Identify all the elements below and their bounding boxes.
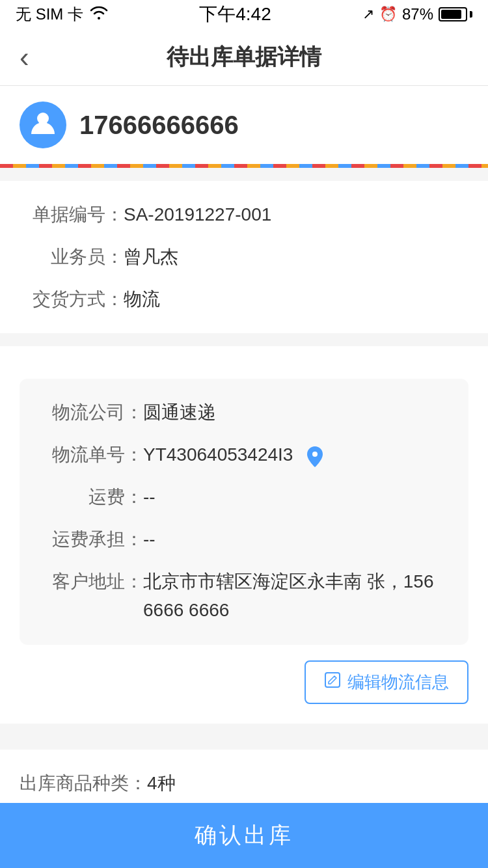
nav-bar: ‹ 待出库单据详情: [0, 29, 488, 86]
edit-icon: [324, 671, 341, 693]
page-title: 待出库单据详情: [167, 42, 321, 72]
svg-point-2: [312, 452, 318, 457]
logistics-company-label: 物流公司：: [39, 398, 143, 427]
edit-logistics-button[interactable]: 编辑物流信息: [305, 660, 468, 704]
freight-bearer-row: 运费承担： --: [39, 525, 449, 554]
order-info-section: 单据编号： SA-20191227-001 业务员： 曾凡杰 交货方式： 物流: [0, 181, 488, 333]
status-left: 无 SIM 卡: [16, 4, 108, 25]
avatar: [20, 102, 66, 148]
order-number-label: 单据编号：: [20, 200, 124, 230]
customer-header: 17666666666: [0, 86, 488, 164]
address-label: 客户地址：: [39, 567, 143, 597]
sales-person-value: 曾凡杰: [124, 243, 468, 272]
logistics-company-row: 物流公司： 圆通速递: [39, 398, 449, 427]
tracking-number-text: YT43064053424I3: [143, 441, 293, 470]
product-category-value: 4种: [147, 769, 468, 798]
edit-logistics-container: 编辑物流信息: [20, 660, 468, 704]
customer-phone: 17666666666: [79, 111, 239, 140]
freight-label: 运费：: [39, 483, 143, 512]
order-number-row: 单据编号： SA-20191227-001: [20, 200, 468, 230]
freight-bearer-value: --: [143, 525, 449, 554]
delivery-method-row: 交货方式： 物流: [20, 285, 468, 314]
edit-logistics-label: 编辑物流信息: [347, 671, 449, 694]
freight-bearer-label: 运费承担：: [39, 525, 143, 554]
delivery-method-value: 物流: [124, 285, 468, 314]
alarm-icon: ⏰: [379, 6, 397, 23]
status-time: 下午4:42: [199, 2, 271, 27]
tracking-number-row: 物流单号： YT43064053424I3: [39, 441, 449, 470]
delivery-method-label: 交货方式：: [20, 285, 124, 314]
confirm-button-label: 确认出库: [195, 821, 293, 850]
address-row: 客户地址： 北京市市辖区海淀区永丰南 张，156 6666 6666: [39, 567, 449, 626]
logistics-card: 物流公司： 圆通速递 物流单号： YT43064053424I3: [20, 379, 468, 645]
sales-person-label: 业务员：: [20, 243, 124, 272]
sales-person-row: 业务员： 曾凡杰: [20, 243, 468, 272]
back-button[interactable]: ‹: [20, 41, 29, 74]
freight-value: --: [143, 483, 449, 512]
back-chevron-icon: ‹: [20, 41, 29, 74]
logistics-section: 物流公司： 圆通速递 物流单号： YT43064053424I3: [0, 346, 488, 724]
map-location-icon[interactable]: [303, 444, 327, 467]
freight-row: 运费： --: [39, 483, 449, 512]
product-category-row: 出库商品种类： 4种: [20, 769, 468, 798]
carrier-text: 无 SIM 卡: [16, 4, 83, 25]
tracking-number-label: 物流单号：: [39, 441, 143, 470]
battery-icon: [439, 7, 472, 21]
order-number-value: SA-20191227-001: [124, 200, 468, 230]
tracking-number-value: YT43064053424I3: [143, 441, 449, 470]
svg-rect-3: [325, 673, 340, 687]
status-right: ↗ ⏰ 87%: [362, 5, 472, 23]
address-value: 北京市市辖区海淀区永丰南 张，156 6666 6666: [143, 567, 449, 626]
confirm-button[interactable]: 确认出库: [0, 803, 488, 868]
logistics-company-value: 圆通速递: [143, 398, 449, 427]
status-bar: 无 SIM 卡 下午4:42 ↗ ⏰ 87%: [0, 0, 488, 29]
avatar-person-icon: [29, 108, 57, 142]
location-status-icon: ↗: [362, 6, 374, 23]
section-gap: [0, 724, 488, 737]
rainbow-divider: [0, 164, 488, 168]
product-category-label: 出库商品种类：: [20, 769, 147, 798]
wifi-icon: [90, 5, 108, 23]
battery-percent: 87%: [402, 5, 433, 23]
